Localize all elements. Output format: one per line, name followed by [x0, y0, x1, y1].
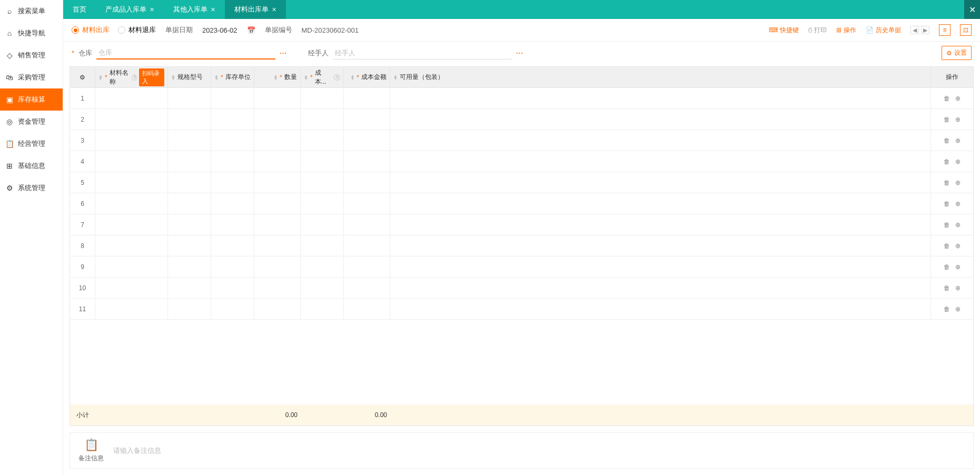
cell-spec[interactable] [168, 193, 211, 214]
sidebar-item-inventory[interactable]: ▣ 库存核算 [0, 88, 63, 111]
add-row-icon[interactable]: ⊕ [955, 200, 961, 207]
cell-cost[interactable] [301, 109, 344, 130]
cell-qty[interactable] [254, 278, 301, 298]
cell-name[interactable] [95, 193, 168, 214]
sort-icon[interactable]: ▲▼ [393, 75, 398, 80]
cell-spec[interactable] [168, 151, 211, 172]
th-material-name[interactable]: ▲▼ * 材料名称 ? 扫码录入 [95, 67, 168, 87]
cell-name[interactable] [95, 278, 168, 298]
warehouse-picker-icon[interactable]: ··· [280, 49, 287, 57]
cell-spec[interactable] [168, 88, 211, 108]
cell-qty[interactable] [254, 299, 301, 319]
cell-amount[interactable] [344, 235, 390, 256]
sidebar-item-operations[interactable]: 📋 经营管理 [0, 133, 63, 155]
close-all-tabs[interactable]: ✕ [964, 0, 980, 19]
th-amount[interactable]: ▲▼ * 成本金额 [344, 67, 390, 87]
cell-avail[interactable] [390, 172, 931, 193]
th-settings[interactable]: ⚙ [70, 67, 95, 87]
cell-name[interactable] [95, 214, 168, 235]
cell-unit[interactable] [211, 130, 254, 151]
settings-button[interactable]: ⚙ 设置 [942, 46, 972, 60]
cell-qty[interactable] [254, 256, 301, 277]
tab-material-out[interactable]: 材料出库单 ✕ [225, 0, 286, 19]
table-row[interactable]: 4🗑⊕ [70, 151, 973, 172]
cell-qty[interactable] [254, 214, 301, 235]
cell-spec[interactable] [168, 130, 211, 151]
cell-qty[interactable] [254, 193, 301, 214]
cell-name[interactable] [95, 151, 168, 172]
cell-amount[interactable] [344, 214, 390, 235]
prev-doc-button[interactable]: ◀ [910, 26, 919, 34]
cell-unit[interactable] [211, 151, 254, 172]
cell-amount[interactable] [344, 278, 390, 298]
cell-qty[interactable] [254, 151, 301, 172]
cell-amount[interactable] [344, 172, 390, 193]
history-button[interactable]: 📄 历史单据 [866, 26, 901, 35]
cell-unit[interactable] [211, 172, 254, 193]
cell-qty[interactable] [254, 235, 301, 256]
sort-icon[interactable]: ▲▼ [350, 75, 354, 80]
calendar-icon[interactable]: 📅 [247, 26, 255, 34]
cell-unit[interactable] [211, 256, 254, 277]
add-row-icon[interactable]: ⊕ [955, 158, 961, 165]
sort-icon[interactable]: ▲▼ [214, 75, 219, 80]
cell-unit[interactable] [211, 193, 254, 214]
cell-qty[interactable] [254, 109, 301, 130]
sort-icon[interactable]: ▲▼ [171, 75, 175, 80]
delete-row-icon[interactable]: 🗑 [944, 137, 950, 144]
cell-name[interactable] [95, 172, 168, 193]
cell-avail[interactable] [390, 299, 931, 319]
table-row[interactable]: 3🗑⊕ [70, 130, 973, 151]
cell-unit[interactable] [211, 214, 254, 235]
table-row[interactable]: 7🗑⊕ [70, 214, 973, 235]
add-row-icon[interactable]: ⊕ [955, 263, 961, 271]
next-doc-button[interactable]: ▶ [921, 26, 929, 34]
delete-row-icon[interactable]: 🗑 [944, 179, 950, 186]
cell-avail[interactable] [390, 151, 931, 172]
delete-row-icon[interactable]: 🗑 [944, 221, 950, 229]
add-row-icon[interactable]: ⊕ [955, 116, 961, 123]
list-button[interactable]: ≡ [939, 24, 951, 36]
add-row-icon[interactable]: ⊕ [955, 179, 961, 186]
cell-name[interactable] [95, 88, 168, 108]
cell-spec[interactable] [168, 256, 211, 277]
cell-spec[interactable] [168, 299, 211, 319]
th-unit[interactable]: ▲▼ * 库存单位 [211, 67, 254, 87]
table-row[interactable]: 5🗑⊕ [70, 172, 973, 193]
cell-unit[interactable] [211, 109, 254, 130]
sidebar-item-purchase[interactable]: 🛍 采购管理 [0, 66, 63, 88]
cell-amount[interactable] [344, 130, 390, 151]
cell-cost[interactable] [301, 88, 344, 108]
table-row[interactable]: 11🗑⊕ [70, 299, 973, 320]
cell-avail[interactable] [390, 193, 931, 214]
cell-spec[interactable] [168, 214, 211, 235]
cell-avail[interactable] [390, 109, 931, 130]
scan-entry-button[interactable]: 扫码录入 [139, 68, 164, 86]
cell-name[interactable] [95, 130, 168, 151]
cell-amount[interactable] [344, 88, 390, 108]
close-icon[interactable]: ✕ [211, 6, 215, 13]
add-row-icon[interactable]: ⊕ [955, 221, 961, 229]
close-icon[interactable]: ✕ [272, 6, 276, 13]
cell-qty[interactable] [254, 172, 301, 193]
cell-avail[interactable] [390, 278, 931, 298]
expand-button[interactable]: ⊡ [960, 24, 972, 36]
cell-cost[interactable] [301, 299, 344, 319]
cell-spec[interactable] [168, 172, 211, 193]
cell-name[interactable] [95, 235, 168, 256]
cell-name[interactable] [95, 109, 168, 130]
th-cost[interactable]: ▲▼ * 成本... ? [301, 67, 344, 87]
cell-name[interactable] [95, 299, 168, 319]
cell-unit[interactable] [211, 235, 254, 256]
tab-finished-in[interactable]: 产成品入库单 ✕ [96, 0, 164, 19]
table-row[interactable]: 10🗑⊕ [70, 278, 973, 299]
delete-row-icon[interactable]: 🗑 [944, 158, 950, 165]
delete-row-icon[interactable]: 🗑 [944, 305, 950, 313]
operate-button[interactable]: ⊞ 操作 [836, 26, 856, 35]
cell-avail[interactable] [390, 214, 931, 235]
delete-row-icon[interactable]: 🗑 [944, 95, 950, 102]
delete-row-icon[interactable]: 🗑 [944, 200, 950, 207]
cell-cost[interactable] [301, 193, 344, 214]
date-value[interactable]: 2023-06-02 [202, 26, 237, 34]
th-avail[interactable]: ▲▼ 可用量（包装） [390, 67, 931, 87]
